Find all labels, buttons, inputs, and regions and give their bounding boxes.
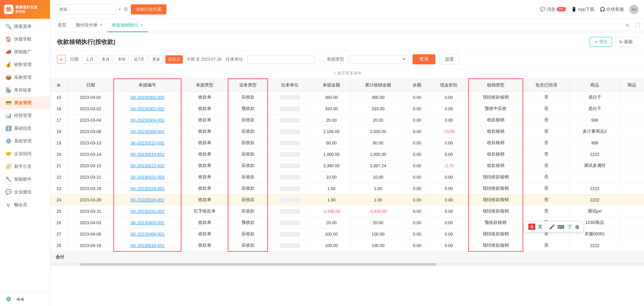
- sidebar-item-label: 销售管理: [14, 62, 32, 68]
- table-row: 232023-03-28SK-20230328-001收款单应收款██████1…: [50, 183, 644, 194]
- breadcrumb-input[interactable]: [56, 4, 116, 14]
- doc-link[interactable]: SK-20230301-002: [130, 95, 164, 100]
- marketing-icon: 📣: [5, 49, 11, 55]
- sidebar-item-sales[interactable]: 💰 销售管理: [0, 58, 50, 71]
- row-cash-discount: 0.00: [429, 172, 469, 183]
- row-doc-type: 收款单: [181, 160, 228, 172]
- row-biz-type: 预收款: [228, 103, 268, 115]
- industry-btn[interactable]: 体验行业方案: [131, 4, 166, 14]
- doc-link[interactable]: SK-20230308-001: [130, 129, 164, 134]
- row-amount: 1.00: [312, 183, 351, 194]
- shirt-icon[interactable]: 👕: [567, 224, 573, 230]
- sidebar-item-label: 库存核算: [14, 87, 32, 93]
- row-cash-discount: 0.00: [429, 206, 469, 217]
- more-date-btn[interactable]: 更多: [149, 55, 163, 64]
- keyboard-icon[interactable]: ⌨: [557, 224, 564, 230]
- settings-footer-icon[interactable]: ⚙️: [5, 296, 12, 302]
- row-balance: 0.00: [405, 126, 429, 137]
- row-cash-discount: -2.76: [429, 160, 469, 172]
- horizontal-scrollbar[interactable]: [50, 263, 644, 266]
- sidebar-item-corp[interactable]: 🤝 企业协同: [0, 147, 50, 160]
- doc-link[interactable]: SK-20230302-002: [130, 107, 164, 111]
- row-biz-type: 应收款: [228, 172, 268, 183]
- query-btn[interactable]: 查询: [413, 54, 435, 64]
- sidebar-item-wechat[interactable]: 💬 企业微信: [0, 186, 50, 198]
- tab-prepay[interactable]: 预付应付单 ✕: [71, 19, 107, 32]
- table-body: 152023-03-01SK-20230301-002收款单应收款██████3…: [50, 92, 644, 263]
- last-month-btn[interactable]: 上月: [83, 55, 97, 64]
- tab-collection-close-icon[interactable]: ✕: [140, 23, 143, 27]
- counterparty-input[interactable]: [247, 55, 314, 64]
- doc-link[interactable]: SK-20230328-001: [130, 186, 164, 191]
- sales-icon: 💰: [5, 62, 11, 68]
- row-write-off-type: 现结收款核销: [469, 172, 523, 183]
- doc-link[interactable]: SK-20230328-002: [130, 198, 164, 202]
- refresh-btn[interactable]: ↻ 刷新: [615, 37, 637, 47]
- row-cash-discount: 0.00: [429, 115, 469, 126]
- tab-close-all-btn[interactable]: ✕: [624, 21, 631, 30]
- header-right: 💬 消息 99+ 📱 App下载 🎧 在线客服 Rit: [540, 5, 639, 14]
- gear-icon[interactable]: ⚙: [123, 6, 128, 12]
- setting-btn[interactable]: 设置: [439, 54, 460, 65]
- this-year-btn[interactable]: 本年: [115, 55, 129, 64]
- tab-collection-label: 收款核销执行: [112, 22, 138, 28]
- doc-link[interactable]: SK-20230310-001: [130, 141, 164, 145]
- collapse-icon[interactable]: ◀◀: [16, 296, 24, 302]
- row-accumulated: 1.00: [351, 194, 405, 206]
- row-amount: 100.00: [312, 229, 351, 240]
- sidebar-item-search[interactable]: 🔍 搜索菜单: [0, 20, 50, 33]
- sidebar-item-system[interactable]: ⚙️ 系统管理: [0, 135, 50, 147]
- doc-link[interactable]: SK-20230403-002: [130, 221, 164, 225]
- sidebar-item-marketing[interactable]: 📣 营销推广: [0, 46, 50, 58]
- custom-date-btn[interactable]: 自定义: [165, 55, 183, 64]
- doc-link[interactable]: SK-20230314-001: [130, 152, 164, 157]
- mic-icon[interactable]: 🎤: [549, 224, 555, 230]
- grid-icon[interactable]: ⊞: [575, 224, 579, 230]
- sidebar-item-basic[interactable]: ℹ️ 基础信息: [0, 122, 50, 135]
- row-counterparty: ██████: [268, 115, 312, 126]
- row-product2: [620, 160, 644, 172]
- service-icon: 🎧: [600, 7, 605, 12]
- row-date: 2023-03-21: [67, 172, 113, 183]
- operation-icon: 📊: [5, 113, 11, 119]
- sidebar-item-guide[interactable]: 🧭 新手引导: [0, 160, 50, 173]
- doc-link[interactable]: SK-20230331-002: [130, 209, 164, 214]
- sidebar-item-quick-nav[interactable]: 🏠 快捷导航: [0, 33, 50, 46]
- doc-link[interactable]: SK-20230315-002: [130, 164, 164, 168]
- sidebar-item-purchase[interactable]: 📦 采购管理: [0, 71, 50, 84]
- messages-btn[interactable]: 💬 消息 99+: [540, 6, 566, 12]
- tab-home[interactable]: 首页: [53, 19, 71, 32]
- doc-link[interactable]: SK-20230321-003: [130, 175, 164, 180]
- sidebar-item-member[interactable]: V 畅会员: [0, 198, 50, 211]
- col-settings[interactable]: ⚙: [50, 79, 67, 92]
- scrollbar-thumb[interactable]: [80, 263, 436, 266]
- app-download-btn[interactable]: 📱 App下载: [571, 6, 594, 12]
- sidebar-item-operation[interactable]: 📊 经营管理: [0, 109, 50, 122]
- doc-link[interactable]: SK-20230408-001: [130, 232, 164, 237]
- user-avatar[interactable]: Rit: [629, 5, 639, 14]
- filter-toggle-btn[interactable]: »: [57, 55, 66, 64]
- row-write-off-type: 现结收款核销: [469, 194, 523, 206]
- export-btn[interactable]: ↗ 导出: [590, 37, 612, 47]
- row-biz-type: 应收款: [228, 149, 268, 160]
- app-logo: 畅 畅康道好生意 标推版: [0, 0, 50, 19]
- sidebar-item-label: 系统管理: [14, 138, 32, 144]
- tab-expand-btn[interactable]: ⛶: [634, 21, 641, 29]
- expand-more-bar[interactable]: ∨ 展开更多条件: [50, 68, 644, 78]
- receipt-type-select[interactable]: [348, 55, 409, 64]
- row-doc-no: SK-20230321-003: [114, 172, 181, 183]
- sidebar-item-hardware[interactable]: 🔧 智能硬件: [0, 173, 50, 186]
- last-7-btn[interactable]: 近7天: [131, 55, 147, 64]
- sidebar-item-finance[interactable]: 💳 资金管理: [0, 97, 50, 109]
- col-biz-type: 业务类型: [228, 79, 268, 92]
- row-biz-type: 应收款: [228, 160, 268, 172]
- row-counterparty: ██████: [268, 137, 312, 149]
- online-service-btn[interactable]: 🎧 在线客服: [600, 6, 624, 12]
- doc-link[interactable]: SK-20230418-001: [130, 243, 164, 248]
- sidebar-item-inventory[interactable]: 🏪 库存核算: [0, 84, 50, 97]
- tab-prepay-close-icon[interactable]: ✕: [100, 23, 103, 27]
- tab-collection[interactable]: 收款核销执行 ✕: [107, 19, 148, 32]
- doc-link[interactable]: SK-20230304-001: [130, 118, 164, 123]
- this-month-btn[interactable]: 本月: [99, 55, 113, 64]
- row-include-cleared: 否: [523, 115, 570, 126]
